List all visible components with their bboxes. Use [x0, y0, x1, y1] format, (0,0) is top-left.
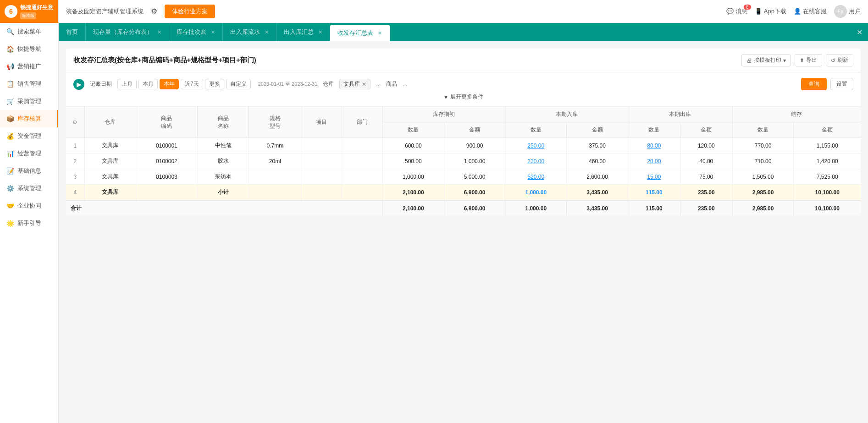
- tab-batch-ledger[interactable]: 库存批次账 ✕: [169, 23, 223, 41]
- tab-in-out-summary-close[interactable]: ✕: [318, 29, 322, 35]
- sidebar-item-label-enterprise: 企业协同: [17, 202, 41, 210]
- main-area: 装备及固定资产辅助管理系统 ⚙ 体验行业方案 💬 消息 6 📱 App下载 👤 …: [59, 0, 868, 423]
- marketing-icon: 📢: [6, 63, 14, 70]
- cell-in-qty[interactable]: 520.00: [505, 169, 567, 185]
- sidebar-item-label-marketing: 营销推广: [17, 62, 41, 71]
- tabs-close-all[interactable]: ✕: [851, 28, 868, 37]
- tabs-bar: 首页 现存量（库存分布表） ✕ 库存批次账 ✕ 出入库流水 ✕ 出入库汇总 ✕ …: [59, 23, 868, 41]
- tab-in-out-flow[interactable]: 出入库流水 ✕: [223, 23, 276, 41]
- sidebar-item-basic[interactable]: 📝基础信息: [0, 162, 58, 180]
- warehouse-more[interactable]: ...: [376, 81, 381, 88]
- settings-icon[interactable]: ⚙: [151, 7, 157, 16]
- message-action[interactable]: 💬 消息 6: [726, 7, 747, 16]
- tab-stock-dist-close[interactable]: ✕: [157, 29, 161, 35]
- warehouse-label: 仓库: [323, 80, 334, 88]
- set-btn[interactable]: 设置: [830, 78, 853, 90]
- tab-home-label: 首页: [66, 28, 78, 36]
- date-btn-custom[interactable]: 自定义: [226, 79, 251, 89]
- date-btn-last-month[interactable]: 上月: [117, 79, 137, 89]
- cell-out-qty[interactable]: 115.00: [628, 185, 680, 201]
- print-chevron-icon: ▾: [783, 57, 786, 64]
- out-qty-link[interactable]: 80.00: [647, 143, 661, 149]
- data-table-wrapper: ⚙ 仓库 商品编码 商品名称 规格型号 项目 部门 库存期初 本期入库 本期出库…: [66, 107, 861, 216]
- query-btn[interactable]: 查询: [801, 78, 827, 90]
- search-icon: 🔍: [6, 28, 14, 35]
- sidebar-item-inventory[interactable]: 📦库存核算: [0, 110, 58, 127]
- sidebar-item-operations[interactable]: 📊经营管理: [0, 145, 58, 162]
- th-in-amt: 金额: [567, 122, 628, 138]
- sidebar-item-quick-nav[interactable]: 🏠快捷导航: [0, 40, 58, 58]
- sidebar-item-finance[interactable]: 💰资金管理: [0, 127, 58, 145]
- try-btn[interactable]: 体验行业方案: [165, 5, 215, 18]
- cell-balance-amt: 7,525.00: [794, 169, 861, 185]
- cell-in-qty[interactable]: 230.00: [505, 154, 567, 169]
- date-btn-this-month[interactable]: 本月: [138, 79, 158, 89]
- filter-area: ▶ 记账日期 上月 本月 本年 近7天 更多 自定义 2023-01-01 至 …: [66, 72, 861, 107]
- online-service-label: 在线客服: [803, 7, 827, 16]
- app-download-label: App下载: [764, 7, 786, 16]
- totals-out-qty: 115.00: [628, 200, 680, 216]
- gear-icon[interactable]: ⚙: [72, 119, 77, 126]
- in-qty-link[interactable]: 250.00: [527, 143, 544, 149]
- out-qty-link[interactable]: 20.00: [647, 158, 661, 165]
- cell-in-amt: 375.00: [567, 138, 628, 154]
- in-qty-link[interactable]: 520.00: [527, 174, 544, 180]
- th-goods-code: 商品编码: [136, 107, 198, 138]
- th-opening-group: 库存期初: [382, 107, 505, 122]
- th-out-qty: 数量: [628, 122, 680, 138]
- user-action[interactable]: Ea 用户: [834, 5, 861, 18]
- print-btn[interactable]: 🖨 按模板打印 ▾: [741, 54, 791, 66]
- filter-toggle[interactable]: ▶: [73, 79, 84, 90]
- sidebar-item-system[interactable]: ⚙️系统管理: [0, 180, 58, 197]
- sidebar-item-sales[interactable]: 📋销售管理: [0, 75, 58, 93]
- tab-in-out-summary[interactable]: 出入库汇总 ✕: [276, 23, 330, 41]
- tab-home[interactable]: 首页: [59, 23, 86, 41]
- app-download-action[interactable]: 📱 App下载: [755, 7, 786, 16]
- in-qty-link[interactable]: 230.00: [527, 158, 544, 165]
- date-btn-more[interactable]: 更多: [205, 79, 224, 89]
- export-btn-label: 导出: [806, 56, 817, 64]
- sidebar-item-purchase[interactable]: 🛒采购管理: [0, 93, 58, 110]
- goods-more[interactable]: ...: [403, 81, 407, 88]
- tab-batch-ledger-close[interactable]: ✕: [211, 29, 215, 35]
- sidebar-item-search[interactable]: 🔍搜索菜单: [0, 23, 58, 40]
- cell-in-qty[interactable]: 250.00: [505, 138, 567, 154]
- goods-label: 商品: [386, 80, 397, 88]
- tab-recv-send-close[interactable]: ✕: [378, 30, 382, 36]
- th-out-amt: 金额: [680, 122, 732, 138]
- cell-out-qty[interactable]: 15.00: [628, 169, 680, 185]
- totals-in-amt: 3,435.00: [567, 200, 628, 216]
- export-icon: ⬆: [800, 57, 804, 64]
- sidebar-item-enterprise[interactable]: 🤝企业协同: [0, 197, 58, 214]
- filter-row-1: ▶ 记账日期 上月 本月 本年 近7天 更多 自定义 2023-01-01 至 …: [73, 78, 853, 90]
- sidebar-item-marketing[interactable]: 📢营销推广: [0, 58, 58, 75]
- warehouse-tag-close[interactable]: ✕: [362, 81, 366, 88]
- sidebar-item-guide[interactable]: 🌟新手引导: [0, 214, 58, 232]
- cell-balance-qty: 770.00: [732, 138, 794, 154]
- cell-out-qty[interactable]: 80.00: [628, 138, 680, 154]
- tab-recv-send-summary[interactable]: 收发存汇总表 ✕: [330, 25, 390, 41]
- date-range: 2023-01-01 至 2023-12-31: [258, 81, 318, 88]
- expand-conditions-btn[interactable]: ▼ 展开更多条件: [73, 90, 853, 101]
- refresh-btn[interactable]: ↺ 刷新: [826, 54, 853, 66]
- topbar-actions: 💬 消息 6 📱 App下载 👤 在线客服 Ea 用户: [726, 5, 861, 18]
- cell-opening-amt: 1,000.00: [444, 154, 505, 169]
- date-btn-7days[interactable]: 近7天: [181, 79, 203, 89]
- tab-in-out-flow-close[interactable]: ✕: [265, 29, 269, 35]
- th-balance-amt: 金额: [794, 122, 861, 138]
- tab-stock-dist[interactable]: 现存量（库存分布表） ✕: [86, 23, 169, 41]
- tab-stock-dist-label: 现存量（库存分布表）: [93, 28, 153, 36]
- topbar: 装备及固定资产辅助管理系统 ⚙ 体验行业方案 💬 消息 6 📱 App下载 👤 …: [59, 0, 868, 23]
- cell-seq: 2: [66, 154, 84, 169]
- cell-seq: 3: [66, 169, 84, 185]
- online-service-action[interactable]: 👤 在线客服: [794, 7, 827, 16]
- cell-balance-amt: 1,155.00: [794, 138, 861, 154]
- cell-in-qty[interactable]: 1,000.00: [505, 185, 567, 201]
- date-btn-this-year[interactable]: 本年: [160, 79, 179, 89]
- th-balance-qty: 数量: [732, 122, 794, 138]
- enterprise-icon: 🤝: [6, 202, 14, 209]
- cell-out-qty[interactable]: 20.00: [628, 154, 680, 169]
- export-btn[interactable]: ⬆ 导出: [795, 54, 822, 66]
- cell-dept: [342, 154, 383, 169]
- out-qty-link[interactable]: 15.00: [647, 174, 661, 180]
